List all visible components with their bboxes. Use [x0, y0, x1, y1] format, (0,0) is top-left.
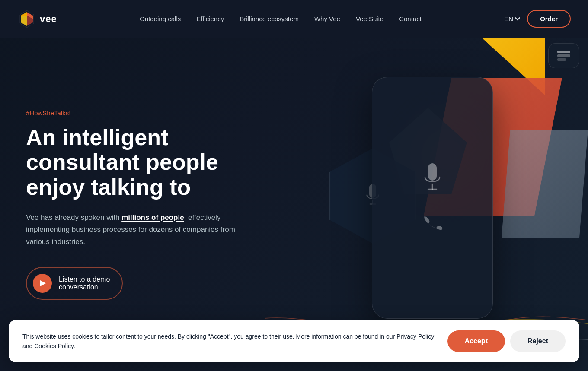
gray-shape [502, 130, 588, 238]
cookie-message: This website uses cookies to tailor cont… [22, 332, 437, 351]
cookie-actions: Accept Reject [447, 330, 566, 352]
hashtag-text: #HowSheTalks! [26, 109, 268, 117]
navbar: vee Outgoing calls Efficiency Brilliance… [0, 0, 588, 38]
cookie-banner: This website uses cookies to tailor cont… [9, 320, 579, 362]
hero-content: #HowSheTalks! An intelligent consultant … [0, 83, 268, 326]
brand-name: vee [40, 13, 57, 25]
demo-cta-button[interactable]: Listen to a demo conversation [26, 267, 123, 300]
cookies-policy-link[interactable]: Cookies Policy [34, 342, 74, 349]
svg-rect-12 [557, 54, 570, 57]
nav-efficiency[interactable]: Efficiency [196, 15, 224, 22]
chevron-down-icon [515, 17, 520, 21]
hero-section: #HowSheTalks! An intelligent consultant … [0, 0, 588, 371]
hero-description: Vee has already spoken with millions of … [26, 212, 242, 248]
phone-mockup [372, 77, 493, 319]
call-icon [422, 211, 443, 232]
nav-why-vee[interactable]: Why Vee [314, 15, 340, 22]
nav-links: Outgoing calls Efficiency Brilliance eco… [140, 15, 422, 23]
nav-brilliance-ecosystem[interactable]: Brilliance ecosystem [240, 15, 299, 22]
privacy-policy-link[interactable]: Privacy Policy [396, 333, 434, 340]
svg-rect-13 [557, 58, 566, 61]
vee-logo-icon [17, 10, 36, 29]
float-card [548, 43, 579, 68]
hero-title: An intelligent consultant people enjoy t… [26, 125, 268, 200]
reject-button[interactable]: Reject [510, 330, 566, 352]
order-button[interactable]: Order [527, 10, 571, 28]
play-triangle [40, 280, 46, 286]
mic-icon [422, 163, 443, 193]
hero-decoration [265, 0, 588, 371]
svg-rect-5 [428, 163, 437, 181]
nav-outgoing-calls[interactable]: Outgoing calls [140, 15, 181, 22]
play-icon [33, 274, 52, 293]
demo-btn-label: Listen to a demo conversation [59, 276, 110, 291]
nav-vee-suite[interactable]: Vee Suite [356, 15, 383, 22]
nav-contact[interactable]: Contact [399, 15, 422, 22]
nav-right: EN Order [504, 10, 571, 28]
accept-button[interactable]: Accept [447, 330, 505, 352]
svg-rect-11 [557, 51, 570, 53]
language-selector[interactable]: EN [504, 15, 520, 22]
float-card-icon [557, 51, 570, 61]
logo-link[interactable]: vee [17, 10, 57, 29]
